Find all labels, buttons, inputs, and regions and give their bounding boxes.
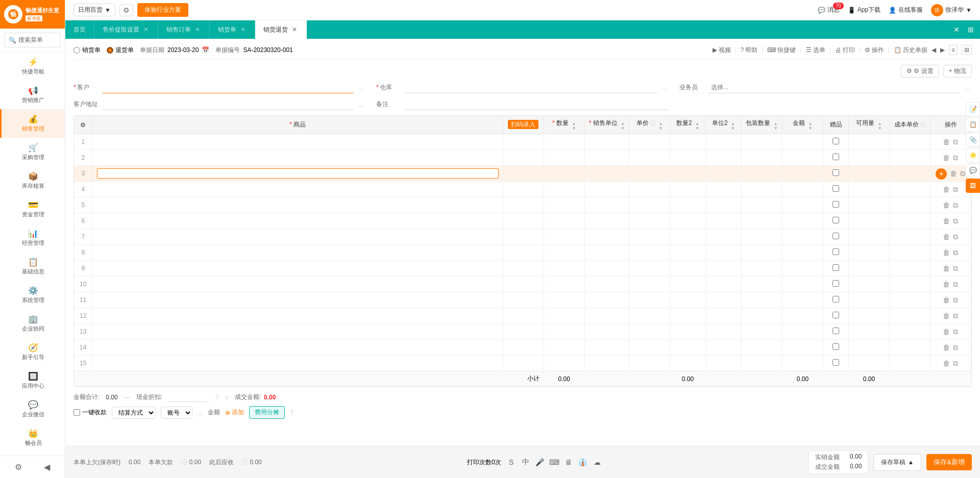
row-gift[interactable]	[823, 197, 849, 213]
copy-row-button[interactable]: ⧉	[953, 342, 958, 353]
row-available[interactable]	[849, 292, 890, 308]
sidebar-item-finance[interactable]: 💳 资金管理	[0, 195, 65, 223]
gift-checkbox[interactable]	[832, 154, 839, 160]
delete-row-button[interactable]: 🗑	[943, 342, 950, 353]
product-input[interactable]	[97, 168, 499, 179]
copy-row-button[interactable]: ⧉	[953, 216, 958, 226]
gift-checkbox[interactable]	[832, 248, 839, 255]
row-qty[interactable]	[544, 197, 584, 213]
grid-view-button[interactable]: ⊞	[962, 45, 972, 55]
row-amount[interactable]	[782, 229, 823, 245]
select-order-action[interactable]: ☰ 选单	[806, 46, 825, 55]
row-qty[interactable]	[544, 213, 584, 229]
row-cost-unit[interactable]	[890, 150, 930, 166]
tab-price-settings-close[interactable]: ✕	[142, 26, 150, 33]
row-product[interactable]	[92, 213, 503, 229]
row-gift[interactable]	[823, 229, 849, 245]
settings-button[interactable]: ⚙ ⚙ 设置	[901, 65, 939, 78]
row-cost-unit[interactable]	[890, 166, 930, 182]
price-sort[interactable]: ▲▼	[658, 122, 663, 131]
row-cost-unit[interactable]	[890, 229, 930, 245]
row-amount[interactable]	[782, 276, 823, 292]
row-available[interactable]	[849, 182, 890, 197]
next-record-button[interactable]: ▶	[940, 46, 945, 54]
save-draft-button[interactable]: 保存草稿 ▲	[873, 454, 921, 471]
row-cost-unit[interactable]	[890, 182, 930, 197]
row-sales-unit[interactable]	[584, 340, 629, 356]
row-qty2[interactable]	[670, 261, 706, 276]
right-panel-btn-4[interactable]: ⭐	[966, 148, 980, 162]
close-all-tabs-button[interactable]: ✕	[951, 24, 962, 35]
row-qty2[interactable]	[670, 229, 706, 245]
row-pkg-qty[interactable]	[742, 197, 782, 213]
copy-row-button[interactable]: ⧉	[953, 200, 958, 210]
trial-button[interactable]: 体验行业方案	[137, 3, 188, 17]
delete-row-button[interactable]: 🗑	[943, 358, 950, 368]
row-product[interactable]	[92, 166, 503, 182]
row-sales-unit[interactable]	[584, 356, 629, 371]
row-cost-unit[interactable]	[890, 197, 930, 213]
topbar-gear-button[interactable]: ⚙	[119, 4, 133, 16]
tab-sales-order-close[interactable]: ✕	[194, 26, 201, 33]
row-cost-unit[interactable]	[890, 292, 930, 308]
row-available[interactable]	[849, 308, 890, 324]
prev-record-button[interactable]: ◀	[932, 46, 936, 54]
row-sales-unit[interactable]	[584, 324, 629, 340]
row-available[interactable]	[849, 324, 890, 340]
row-sales-unit[interactable]	[584, 150, 629, 166]
row-product[interactable]	[92, 150, 503, 166]
row-available[interactable]	[849, 197, 890, 213]
gift-checkbox[interactable]	[832, 280, 839, 287]
row-available[interactable]	[849, 245, 890, 261]
row-cost-unit[interactable]	[890, 245, 930, 261]
row-qty2[interactable]	[670, 276, 706, 292]
row-available[interactable]	[849, 229, 890, 245]
gift-checkbox[interactable]	[832, 328, 839, 334]
row-amount[interactable]	[782, 213, 823, 229]
shirt-icon[interactable]: 👔	[577, 456, 589, 468]
delete-row-button[interactable]: 🗑	[943, 295, 950, 305]
row-qty[interactable]	[544, 261, 584, 276]
row-available[interactable]	[849, 340, 890, 356]
row-unit2[interactable]	[706, 356, 742, 371]
row-gift[interactable]	[823, 324, 849, 340]
account-dots[interactable]: ...	[198, 409, 203, 416]
sidebar-item-system[interactable]: ⚙️ 系统管理	[0, 281, 65, 309]
row-amount[interactable]	[782, 197, 823, 213]
row-unit2[interactable]	[706, 245, 742, 261]
row-pkg-qty[interactable]	[742, 150, 782, 166]
row-amount[interactable]	[782, 245, 823, 261]
gift-checkbox[interactable]	[832, 296, 839, 303]
row-unit-price[interactable]	[629, 276, 670, 292]
row-unit2[interactable]	[706, 166, 742, 182]
sidebar-item-inventory[interactable]: 📦 库存核算	[0, 166, 65, 195]
row-qty2[interactable]	[670, 134, 706, 150]
list-view-button[interactable]: ≡	[949, 45, 958, 55]
tab-sales-delivery[interactable]: 销货单 ✕	[210, 20, 255, 39]
delete-row-button[interactable]: 🗑	[943, 247, 950, 258]
sidebar-collapse-button[interactable]: ◀	[42, 460, 52, 474]
help-action[interactable]: ? 帮助	[741, 46, 758, 55]
row-amount[interactable]	[782, 182, 823, 197]
row-cost-unit[interactable]	[890, 340, 930, 356]
row-pkg-qty[interactable]	[742, 166, 782, 182]
row-available[interactable]	[849, 134, 890, 150]
row-amount[interactable]	[782, 340, 823, 356]
gift-checkbox[interactable]	[832, 359, 839, 366]
row-qty2[interactable]	[670, 197, 706, 213]
row-product[interactable]	[92, 292, 503, 308]
right-panel-btn-6[interactable]: 🖼	[966, 179, 980, 193]
row-sales-unit[interactable]	[584, 308, 629, 324]
row-available[interactable]	[849, 261, 890, 276]
right-panel-btn-2[interactable]: 📋	[966, 117, 980, 132]
tab-price-settings[interactable]: 售价提取设置 ✕	[94, 20, 158, 39]
row-unit-price[interactable]	[629, 261, 670, 276]
sidebar-item-operations[interactable]: 📊 经营管理	[0, 223, 65, 252]
row-unit2[interactable]	[706, 276, 742, 292]
row-product[interactable]	[92, 261, 503, 276]
user-menu-button[interactable]: 徐 徐泽华 ▼	[931, 4, 972, 16]
row-unit2[interactable]	[706, 150, 742, 166]
row-unit-price[interactable]	[629, 229, 670, 245]
row-qty[interactable]	[544, 134, 584, 150]
discount-input[interactable]	[168, 392, 209, 402]
